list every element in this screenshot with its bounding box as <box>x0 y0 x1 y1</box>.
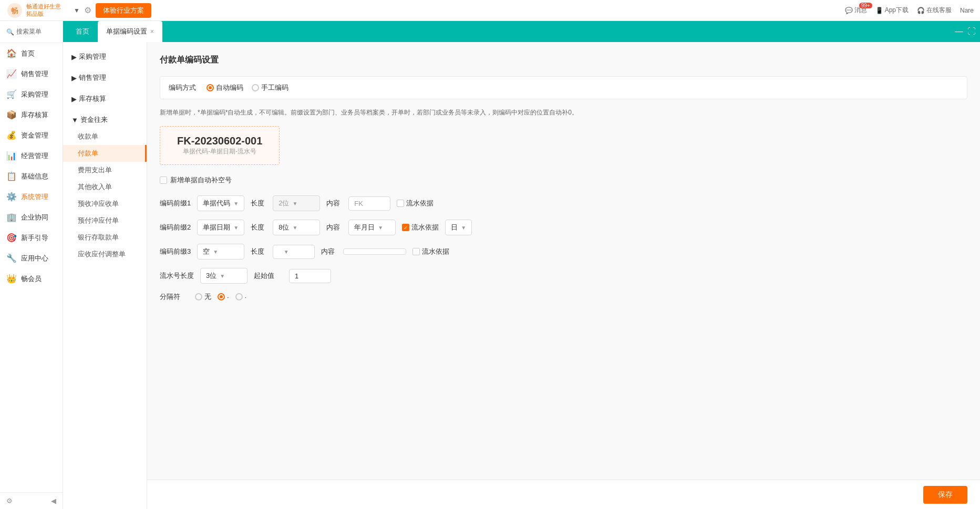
length-3-select[interactable]: ▼ <box>273 245 315 259</box>
gear-icon[interactable]: ⚙ <box>84 5 91 15</box>
separator-dot2-circle <box>235 293 243 300</box>
save-button[interactable]: 保存 <box>923 486 967 504</box>
coding-method-label: 编码方式 <box>169 83 196 92</box>
service-icon: 🎧 <box>917 7 925 14</box>
group-inventory-title[interactable]: ▶ 库存核算 <box>63 90 147 107</box>
serial-length-label: 流水号长度 <box>160 271 194 281</box>
leaf-expense[interactable]: 费用支出单 <box>63 162 147 179</box>
group-funds: ▼ 资金往来 收款单 付款单 费用支出单 其他收入单 <box>63 109 147 265</box>
content-3-label: 内容 <box>321 247 337 256</box>
dropdown-arrow: ▼ <box>74 7 80 14</box>
leaf-prepay-payable[interactable]: 预付冲应付单 <box>63 212 147 229</box>
auto-coding-circle <box>207 84 214 91</box>
separator-dot1-radio[interactable]: · <box>218 293 229 301</box>
sidebar-item-guide[interactable]: 🎯 新手引导 <box>0 227 63 248</box>
length-1-arrow: ▼ <box>292 201 297 206</box>
sidebar-item-inventory[interactable]: 📦 库存核算 <box>0 105 63 125</box>
tab-close-icon[interactable]: × <box>150 28 154 35</box>
leaf-receipt[interactable]: 收款单 <box>63 128 147 145</box>
length-2-label: 长度 <box>251 223 266 232</box>
serial-length-select[interactable]: 3位 ▼ <box>200 268 247 284</box>
sidebar-nav: 🏠 首页 📈 销售管理 🛒 采购管理 📦 库存核算 💰 资金管理 📊 经 <box>0 43 63 492</box>
sidebar-footer: ⚙ ◀ <box>0 492 63 509</box>
header-dropdown[interactable]: ▼ <box>74 7 80 14</box>
group-inventory-arrow: ▶ <box>71 95 77 103</box>
group-sales-title[interactable]: ▶ 销售管理 <box>63 69 147 86</box>
header-right: 💬 消息 99+ 📱 App下载 🎧 在线客服 Nare <box>845 6 974 15</box>
tab-bar: 首页 单据编码设置 × — ⛶ <box>63 21 980 42</box>
content-2-select[interactable]: 年月日 ▼ <box>348 220 396 235</box>
code-preview-value: FK-20230602-001 <box>177 135 262 147</box>
footer-collapse-icon[interactable]: ◀ <box>51 497 56 505</box>
trial-button[interactable]: 体验行业方案 <box>96 3 151 18</box>
message-icon: 💬 <box>845 7 853 14</box>
search-menu-button[interactable]: 🔍 搜索菜单 <box>4 25 58 38</box>
sidebar-item-enterprise[interactable]: 🏢 企业协同 <box>0 207 63 227</box>
top-header: 畅 畅通道好生意 拓品版 ▼ ⚙ 体验行业方案 💬 消息 99+ 📱 App下载… <box>0 0 980 21</box>
sidebar-item-purchase[interactable]: 🛒 采购管理 <box>0 84 63 105</box>
content-3-input <box>343 248 406 255</box>
message-button[interactable]: 💬 消息 99+ <box>845 6 867 15</box>
online-service-button[interactable]: 🎧 在线客服 <box>917 6 952 15</box>
prefix-3-select[interactable]: 空 ▼ <box>197 244 244 259</box>
group-inventory: ▶ 库存核算 <box>63 88 147 109</box>
separator-none-circle <box>195 293 202 300</box>
message-count-badge: 99+ <box>859 3 872 8</box>
manual-coding-radio[interactable]: 手工编码 <box>252 83 288 92</box>
sidebar-item-operations[interactable]: 📊 经营管理 <box>0 146 63 166</box>
separator-label: 分隔符 <box>160 292 189 302</box>
prefix-2-select[interactable]: 单据日期 ▼ <box>197 220 244 235</box>
tab-bar-actions: — ⛶ <box>955 27 976 36</box>
app-download-button[interactable]: 📱 App下载 <box>875 6 909 15</box>
maximize-icon[interactable]: ⛶ <box>967 27 976 36</box>
leaf-bank[interactable]: 银行存取款单 <box>63 229 147 246</box>
group-sales-arrow: ▶ <box>71 74 77 82</box>
tab-coding-settings[interactable]: 单据编码设置 × <box>98 21 162 42</box>
auto-fill-checkbox-row: 新增单据自动补空号 <box>160 175 967 185</box>
length-3-label: 长度 <box>251 247 266 256</box>
group-purchase-title[interactable]: ▶ 采购管理 <box>63 48 147 65</box>
sidebar-item-member[interactable]: 👑 畅会员 <box>0 268 63 289</box>
sidebar-search[interactable]: 🔍 搜索菜单 <box>0 21 63 43</box>
watermark-1-checkbox[interactable]: 流水依据 <box>397 199 434 208</box>
group-funds-title[interactable]: ▼ 资金往来 <box>63 111 147 128</box>
sidebar-item-app-center[interactable]: 🔧 应用中心 <box>0 248 63 268</box>
watermark-3-checkbox[interactable]: 流水依据 <box>412 247 449 256</box>
separator-dot1-circle <box>218 293 225 300</box>
leaf-other-income[interactable]: 其他收入单 <box>63 179 147 195</box>
sidebar-item-finance[interactable]: 💰 资金管理 <box>0 125 63 146</box>
user-name[interactable]: Nare <box>960 7 974 14</box>
footer-settings-icon[interactable]: ⚙ <box>6 497 13 505</box>
sidebar-item-home[interactable]: 🏠 首页 <box>0 43 63 64</box>
watermark-2-checkbox[interactable]: 流水依据 <box>402 223 439 232</box>
serial-length-row: 流水号长度 3位 ▼ 起始值 1 <box>160 268 967 284</box>
length-2-select[interactable]: 8位 ▼ <box>273 220 320 235</box>
start-value-label: 起始值 <box>254 271 283 281</box>
leaf-payment[interactable]: 付款单 <box>63 145 147 162</box>
sidebar-item-system[interactable]: ⚙️ 系统管理 <box>0 186 63 207</box>
sidebar-item-sales[interactable]: 📈 销售管理 <box>0 64 63 84</box>
minimize-icon[interactable]: — <box>955 27 963 36</box>
header-middle: ▼ ⚙ 体验行业方案 <box>74 3 841 18</box>
second-sidebar: ▶ 采购管理 ▶ 销售管理 ▶ 库存核算 <box>63 42 147 509</box>
coding-radio-group: 自动编码 手工编码 <box>207 83 288 92</box>
auto-fill-checkbox[interactable] <box>160 176 167 184</box>
watermark-period-select[interactable]: 日 ▼ <box>445 220 472 235</box>
prefix-1-select[interactable]: 单据代码 ▼ <box>197 195 244 211</box>
auto-coding-radio[interactable]: 自动编码 <box>207 83 243 92</box>
code-preview-box: FK-20230602-001 单据代码-单据日期-流水号 <box>160 126 280 165</box>
content-2-arrow: ▼ <box>378 225 383 231</box>
period-arrow: ▼ <box>461 225 466 231</box>
purchase-icon: 🛒 <box>6 89 17 99</box>
leaf-prepay-receivable[interactable]: 预收冲应收单 <box>63 195 147 212</box>
prefix-3-label: 编码前缀3 <box>160 247 191 256</box>
separator-none-radio[interactable]: 无 <box>195 292 211 302</box>
sidebar-item-basic-info[interactable]: 📋 基础信息 <box>0 166 63 186</box>
info-text: 新增单据时，*单据编码*自动生成，不可编辑。前缀设置为部门、业务员等档案类，开单… <box>160 108 967 118</box>
length-1-label: 长度 <box>251 199 266 208</box>
leaf-adjust[interactable]: 应收应付调整单 <box>63 246 147 263</box>
start-value-input[interactable]: 1 <box>289 269 331 283</box>
content-1-label: 内容 <box>326 199 342 208</box>
tab-home[interactable]: 首页 <box>67 21 98 42</box>
separator-dot2-radio[interactable]: · <box>235 293 247 301</box>
